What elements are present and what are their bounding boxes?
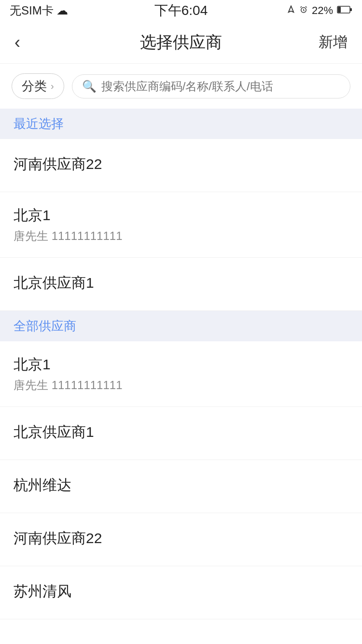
search-icon: 🔍 <box>82 80 97 93</box>
list-item[interactable]: 北京供应商1 <box>0 258 362 311</box>
back-button[interactable]: ‹ <box>14 32 43 53</box>
status-right: 22% <box>287 4 352 17</box>
status-bar: 无SIM卡 ☁ 下午6:04 22% <box>0 0 362 21</box>
no-sim-text: 无SIM卡 ☁ <box>10 3 68 18</box>
item-name: 北京1 <box>14 206 348 225</box>
list-item[interactable]: 北京1唐先生 11111111111 <box>0 192 362 258</box>
add-button[interactable]: 新增 <box>319 32 348 52</box>
location-icon <box>287 4 295 17</box>
page-title: 选择供应商 <box>140 31 222 54</box>
status-left: 无SIM卡 ☁ <box>10 3 68 18</box>
item-name: 杭州维达 <box>14 476 348 495</box>
alarm-icon <box>299 4 308 17</box>
category-button[interactable]: 分类 › <box>12 73 64 99</box>
nav-bar: ‹ 选择供应商 新增 <box>0 21 362 64</box>
item-sub: 唐先生 11111111111 <box>14 228 348 244</box>
search-box[interactable]: 🔍 <box>72 74 350 98</box>
list-item[interactable]: 河南供应商22 <box>0 139 362 192</box>
list-item[interactable]: 北京1唐先生 11111111111 <box>0 341 362 407</box>
item-name: 苏州清风 <box>14 582 348 602</box>
list-item[interactable]: 杭州维达 <box>0 460 362 513</box>
list-item[interactable]: 北京供应商1 <box>0 407 362 460</box>
category-label: 分类 <box>22 78 47 95</box>
item-name: 河南供应商22 <box>14 154 348 174</box>
list-item[interactable]: 苏州清风 <box>0 566 362 619</box>
recent-list: 河南供应商22北京1唐先生 11111111111北京供应商1 <box>0 139 362 311</box>
battery-icon <box>337 4 352 17</box>
status-time: 下午6:04 <box>154 1 208 20</box>
chevron-icon: › <box>51 81 54 92</box>
recent-section-header: 最近选择 <box>0 109 362 139</box>
all-list: 北京1唐先生 11111111111北京供应商1杭州维达河南供应商22苏州清风 <box>0 341 362 619</box>
battery-text: 22% <box>312 4 333 17</box>
item-name: 北京供应商1 <box>14 422 348 442</box>
svg-rect-2 <box>350 8 352 11</box>
all-section-header: 全部供应商 <box>0 311 362 341</box>
item-sub: 唐先生 11111111111 <box>14 378 348 393</box>
item-name: 北京供应商1 <box>14 273 348 293</box>
svg-rect-3 <box>338 7 341 13</box>
filter-bar: 分类 › 🔍 <box>0 64 362 109</box>
search-input[interactable] <box>101 80 340 93</box>
item-name: 北京1 <box>14 355 348 375</box>
item-name: 河南供应商22 <box>14 529 348 548</box>
list-item[interactable]: 河南供应商22 <box>0 513 362 566</box>
